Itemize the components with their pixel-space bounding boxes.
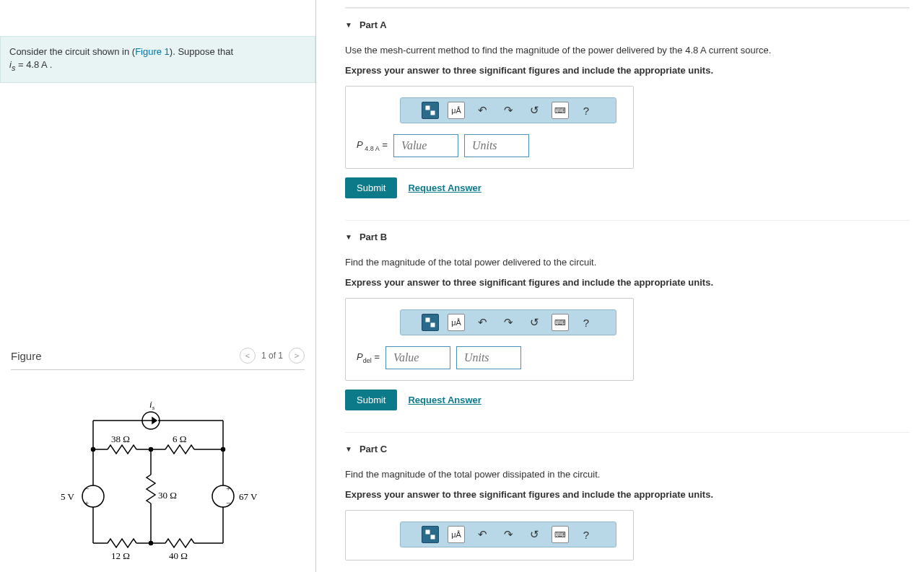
figure-title: Figure [11, 350, 42, 362]
svg-text:67 V: 67 V [239, 491, 258, 502]
undo-button[interactable]: ↶ [474, 102, 491, 119]
svg-text:+: + [84, 498, 89, 507]
part-b-submit-button[interactable]: Submit [345, 390, 397, 410]
part-b: ▼ Part B Find the magnitude of the total… [345, 220, 910, 410]
reset-button[interactable]: ↺ [526, 102, 543, 119]
circuit-diagram: is 38 Ω 6 Ω 30 Ω 12 Ω 40 Ω 5 V 67 V − + … [35, 392, 281, 572]
svg-rect-39 [426, 106, 430, 110]
svg-rect-43 [426, 530, 430, 534]
undo-button[interactable]: ↶ [474, 314, 491, 331]
part-b-units-input[interactable] [456, 346, 521, 369]
part-b-header[interactable]: ▼ Part B [345, 232, 910, 242]
caret-down-icon: ▼ [345, 21, 352, 29]
part-a-request-link[interactable]: Request Answer [408, 182, 481, 193]
svg-marker-4 [152, 418, 157, 423]
units-button[interactable]: μÅ [448, 526, 465, 543]
svg-rect-42 [431, 323, 435, 327]
figure-section: Figure < 1 of 1 > [0, 348, 315, 572]
help-button[interactable]: ? [578, 102, 595, 119]
part-a-value-input[interactable] [393, 134, 458, 157]
svg-text:6 Ω: 6 Ω [173, 434, 186, 444]
part-c-title: Part C [359, 444, 387, 454]
caret-down-icon: ▼ [345, 233, 352, 241]
svg-text:−: − [226, 498, 230, 507]
reset-button[interactable]: ↺ [526, 526, 543, 543]
figure-counter: 1 of 1 [261, 351, 283, 361]
template-button[interactable] [422, 314, 439, 331]
svg-rect-40 [431, 111, 435, 115]
part-a-bold: Express your answer to three significant… [345, 65, 713, 76]
help-button[interactable]: ? [578, 526, 595, 543]
template-button[interactable] [422, 526, 439, 543]
part-b-label: Pdel = [357, 351, 380, 364]
svg-rect-44 [431, 535, 435, 539]
redo-button[interactable]: ↷ [500, 526, 517, 543]
caret-down-icon: ▼ [345, 445, 352, 453]
part-c-instruction: Find the magnitude of the total power di… [345, 467, 910, 482]
svg-text:is: is [149, 399, 155, 411]
reset-button[interactable]: ↺ [526, 314, 543, 331]
part-a-answer-box: μÅ ↶ ↷ ↺ ⌨ ? P 4.8 A = [345, 86, 634, 169]
left-panel: Consider the circuit shown in (Figure 1)… [0, 0, 316, 572]
undo-button[interactable]: ↶ [474, 526, 491, 543]
help-button[interactable]: ? [578, 314, 595, 331]
svg-text:38 Ω: 38 Ω [111, 434, 130, 444]
right-panel: ▼ Part A Use the mesh-current method to … [316, 0, 924, 572]
template-button[interactable] [422, 102, 439, 119]
svg-rect-41 [426, 318, 430, 322]
part-b-toolbar: μÅ ↶ ↷ ↺ ⌨ ? [400, 309, 616, 335]
part-c-bold: Express your answer to three significant… [345, 489, 713, 500]
svg-text:40 Ω: 40 Ω [169, 550, 188, 561]
svg-text:12 Ω: 12 Ω [111, 550, 130, 561]
figure-prev-button[interactable]: < [240, 348, 256, 364]
figure-link[interactable]: Figure 1 [135, 46, 170, 57]
redo-button[interactable]: ↷ [500, 102, 517, 119]
part-b-request-link[interactable]: Request Answer [408, 395, 481, 405]
problem-text-post: ). Suppose that [170, 46, 233, 57]
svg-text:30 Ω: 30 Ω [158, 490, 177, 501]
part-a-toolbar: μÅ ↶ ↷ ↺ ⌨ ? [400, 97, 616, 123]
svg-text:+: + [226, 484, 230, 493]
part-c-header[interactable]: ▼ Part C [345, 444, 910, 454]
part-a-instruction: Use the mesh-current method to find the … [345, 43, 910, 58]
part-b-title: Part B [359, 232, 387, 242]
keyboard-button[interactable]: ⌨ [552, 526, 569, 543]
units-button[interactable]: μÅ [448, 102, 465, 119]
redo-button[interactable]: ↷ [500, 314, 517, 331]
part-a: ▼ Part A Use the mesh-current method to … [345, 8, 910, 198]
figure-nav: < 1 of 1 > [240, 348, 305, 364]
units-button[interactable]: μÅ [448, 314, 465, 331]
svg-point-21 [212, 485, 234, 507]
part-b-value-input[interactable] [385, 346, 450, 369]
keyboard-button[interactable]: ⌨ [552, 314, 569, 331]
problem-text-pre: Consider the circuit shown in ( [9, 46, 135, 57]
part-b-answer-box: μÅ ↶ ↷ ↺ ⌨ ? Pdel = [345, 298, 634, 381]
svg-text:5 V: 5 V [61, 491, 75, 502]
keyboard-button[interactable]: ⌨ [552, 102, 569, 119]
svg-text:−: − [84, 484, 89, 493]
problem-statement: Consider the circuit shown in (Figure 1)… [0, 36, 315, 83]
part-c-toolbar: μÅ ↶ ↷ ↺ ⌨ ? [400, 522, 616, 547]
part-b-instruction: Find the magnitude of the total power de… [345, 255, 910, 270]
figure-next-button[interactable]: > [289, 348, 305, 364]
part-c: ▼ Part C Find the magnitude of the total… [345, 432, 910, 560]
part-a-label: P 4.8 A = [357, 139, 388, 152]
part-a-header[interactable]: ▼ Part A [345, 19, 910, 30]
part-a-submit-button[interactable]: Submit [345, 177, 397, 198]
part-c-answer-box: μÅ ↶ ↷ ↺ ⌨ ? [345, 510, 634, 560]
part-b-bold: Express your answer to three significant… [345, 277, 713, 288]
part-a-units-input[interactable] [464, 134, 529, 157]
part-a-title: Part A [359, 19, 387, 30]
